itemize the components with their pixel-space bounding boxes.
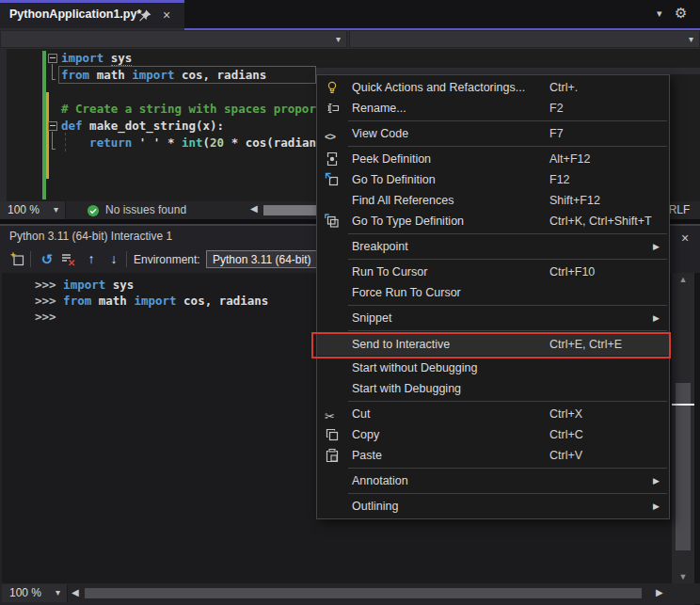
- menu-separator: [348, 330, 667, 331]
- menu-item-shortcut: Ctrl+C: [549, 424, 583, 445]
- menu-item-outlining[interactable]: Outlining▶: [317, 496, 669, 517]
- menu-item-shortcut: Alt+F12: [549, 149, 590, 169]
- pin-icon[interactable]: [137, 8, 152, 24]
- navigation-dropdown-right[interactable]: ▾: [349, 30, 700, 48]
- menu-item-label: Send to Interactive: [352, 333, 450, 356]
- submenu-arrow-icon: ▶: [653, 236, 660, 257]
- menu-item-go-to-definition[interactable]: Go To DefinitionF12: [317, 169, 669, 190]
- outline-foot: [52, 149, 56, 150]
- menu-item-peek-definition[interactable]: Peek DefinitionAlt+F12: [317, 149, 669, 169]
- menu-separator: [348, 233, 667, 234]
- menu-item-label: View Code: [352, 123, 408, 144]
- menu-item-label: Run To Cursor: [352, 262, 427, 282]
- panel-title: Python 3.11 (64-bit) Interactive 1: [9, 230, 172, 243]
- menu-item-run-to-cursor[interactable]: Run To CursorCtrl+F10: [317, 262, 669, 282]
- menu-item-label: Breakpoint: [352, 236, 408, 257]
- menu-item-annotation[interactable]: Annotation▶: [317, 470, 669, 491]
- new-interactive-window-icon[interactable]: [8, 251, 25, 268]
- menu-item-label: Quick Actions and Refactorings...: [352, 77, 525, 98]
- code-line: # Create a string with spaces propor: [61, 101, 316, 118]
- menu-item-start-with-debugging[interactable]: Start with Debugging: [317, 378, 669, 399]
- window-right-edge: [694, 273, 700, 605]
- change-bar-unsaved: [46, 92, 49, 179]
- repl-lines: >>> import sys>>> from math import cos, …: [35, 277, 268, 325]
- menu-item-label: Cut: [352, 404, 370, 424]
- menu-item-shortcut: Ctrl+V: [549, 445, 582, 466]
- menu-separator: [348, 468, 667, 469]
- navigation-dropdown-left[interactable]: ▾: [0, 30, 347, 48]
- menu-item-breakpoint[interactable]: Breakpoint▶: [317, 236, 669, 257]
- menu-item-rename[interactable]: Rename...F2: [317, 98, 669, 119]
- issues-status[interactable]: No issues found: [105, 203, 186, 216]
- menu-item-label: Start with Debugging: [352, 378, 461, 399]
- panel-vscrollbar[interactable]: ▲ ▼: [672, 273, 694, 583]
- menu-item-shortcut: F12: [549, 169, 570, 190]
- menu-item-force-run-to-cursor[interactable]: Force Run To Cursor: [317, 282, 669, 303]
- panel-status-bar: 100 % ▾ ◀ ▶: [0, 583, 700, 604]
- panel-zoom-dropdown[interactable]: 100 % ▾: [2, 584, 68, 602]
- submenu-arrow-icon: ▶: [653, 308, 660, 328]
- menu-item-start-without-debugging[interactable]: Start without Debugging: [317, 358, 669, 378]
- gear-icon[interactable]: ⚙: [675, 5, 687, 22]
- hscroll-left-arrow-icon[interactable]: ◀: [72, 587, 79, 597]
- menu-separator: [348, 493, 667, 494]
- tab-close-icon[interactable]: ×: [158, 6, 175, 24]
- panel-close-icon[interactable]: ×: [676, 230, 694, 247]
- editor-zoom-dropdown[interactable]: 100 % ▾: [0, 201, 66, 219]
- menu-item-shortcut: Ctrl+.: [549, 77, 578, 98]
- menu-item-label: Copy: [352, 424, 379, 445]
- tab-strip: PythonApplication1.py* × ▾ ⚙: [0, 0, 700, 28]
- menu-item-label: Find All References: [352, 190, 453, 211]
- panel-vscroll-thumb[interactable]: [676, 383, 691, 550]
- peek-definition-icon: [325, 151, 340, 167]
- collapse-glyph[interactable]: [48, 54, 57, 63]
- go-to-definition-icon: [325, 172, 340, 187]
- menu-item-find-all-references[interactable]: Find All ReferencesShift+F12: [317, 190, 669, 211]
- menu-item-go-to-type-definition[interactable]: Go To Type DefinitionCtrl+K, Ctrl+Shift+…: [317, 211, 669, 231]
- menu-item-label: Rename...: [352, 98, 406, 119]
- history-previous-icon[interactable]: ↑: [83, 251, 100, 268]
- history-next-icon[interactable]: ↓: [105, 251, 122, 268]
- environment-label: Environment:: [134, 253, 200, 266]
- vs-window: PythonApplication1.py* × ▾ ⚙ ▾ ▾ import …: [0, 0, 700, 605]
- tab-title: PythonApplication1.py*: [9, 8, 141, 21]
- code-line: [61, 84, 316, 101]
- check-circle-icon: [87, 204, 100, 217]
- menu-item-quick-actions-and-refactorings[interactable]: Quick Actions and Refactorings...Ctrl+.: [317, 77, 669, 98]
- hscroll-right-arrow-icon[interactable]: ▶: [656, 587, 663, 597]
- panel-zoom-value: 100 %: [9, 586, 41, 599]
- menu-item-view-code[interactable]: <>View CodeF7: [317, 123, 669, 144]
- document-list-chevron-icon[interactable]: ▾: [657, 8, 662, 20]
- paste-icon: [325, 448, 340, 463]
- editor-zoom-value: 100 %: [8, 203, 40, 216]
- menu-separator: [348, 120, 667, 121]
- menu-item-label: Snippet: [352, 308, 391, 328]
- cut-icon: ✂: [325, 406, 340, 422]
- hscroll-left-arrow-icon[interactable]: ◀: [250, 203, 258, 214]
- tab-pythonapplication1[interactable]: PythonApplication1.py* ×: [0, 0, 184, 28]
- chevron-down-icon: ▾: [336, 34, 341, 44]
- rename-icon: [325, 101, 340, 116]
- outline-foot: [52, 79, 56, 80]
- toolbar-separator: [30, 251, 31, 267]
- scroll-up-arrow-icon[interactable]: ▲: [672, 275, 694, 284]
- menu-item-paste[interactable]: PasteCtrl+V: [317, 445, 669, 466]
- menu-item-copy[interactable]: CopyCtrl+C: [317, 424, 669, 445]
- chevron-down-icon: ▾: [689, 34, 693, 44]
- menu-item-cut[interactable]: ✂CutCtrl+X: [317, 404, 669, 424]
- menu-item-label: Peek Definition: [352, 149, 431, 169]
- code-line: return ' ' * int(20 * cos(radian: [61, 135, 316, 151]
- scroll-down-arrow-icon[interactable]: ▼: [672, 572, 694, 581]
- environment-value: Python 3.11 (64-bit): [213, 253, 311, 266]
- copy-icon: [325, 427, 340, 442]
- code-line: from math import cos, radians: [61, 67, 316, 84]
- clear-screen-icon[interactable]: [59, 251, 76, 268]
- panel-hscroll-thumb[interactable]: [85, 588, 642, 598]
- collapse-glyph[interactable]: [48, 121, 57, 131]
- submenu-arrow-icon: ▶: [653, 496, 660, 517]
- menu-item-snippet[interactable]: Snippet▶: [317, 308, 669, 328]
- editor-margin: [0, 49, 7, 201]
- reset-icon[interactable]: ↺: [39, 251, 56, 268]
- menu-item-send-to-interactive[interactable]: Send to InteractiveCtrl+E, Ctrl+E: [317, 333, 669, 356]
- scroll-position-marker: [672, 404, 694, 406]
